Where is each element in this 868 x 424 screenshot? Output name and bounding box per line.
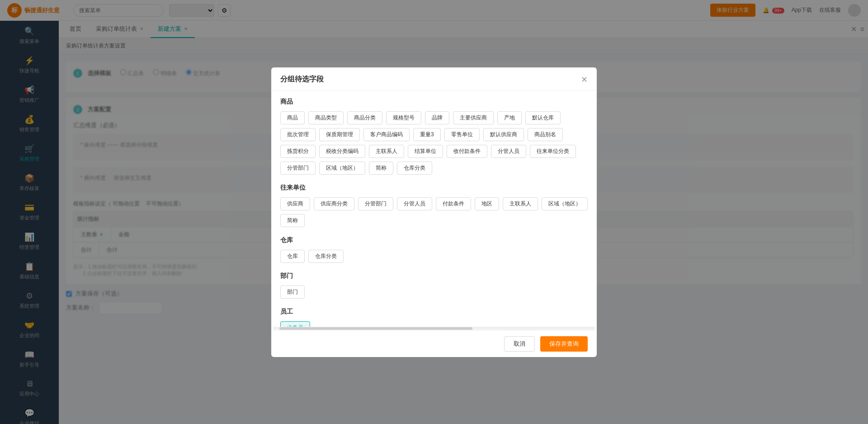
section-product: 商品 商品 商品类型 商品分类 规格型号 品牌 主要供应商 产地 默认仓库 批次…	[280, 98, 588, 175]
tag-product-11[interactable]: 重量3	[413, 128, 441, 141]
tag-product-16[interactable]: 税收分类编码	[319, 145, 365, 158]
tag-product-1[interactable]: 商品类型	[308, 111, 344, 124]
tag-product-12[interactable]: 零售单位	[444, 128, 480, 141]
tag-partner-6[interactable]: 主联系人	[503, 197, 538, 210]
tag-department-0[interactable]: 部门	[280, 286, 305, 299]
field-select-modal: 分组待选字段 ✕ 商品 商品 商品类型 商品分类 规格型号 品牌 主要供应商 产…	[271, 67, 597, 357]
tag-product-13[interactable]: 默认供应商	[483, 128, 524, 141]
section-warehouse: 仓库 仓库 仓库分类	[280, 236, 588, 263]
tag-product-4[interactable]: 品牌	[425, 111, 449, 124]
modal-hscroll	[271, 327, 597, 330]
section-product-title: 商品	[280, 98, 588, 106]
section-department-title: 部门	[280, 272, 588, 280]
tag-product-6[interactable]: 产地	[497, 111, 522, 124]
modal-header: 分组待选字段 ✕	[271, 67, 597, 91]
tag-warehouse-1[interactable]: 仓库分类	[308, 250, 344, 263]
section-department: 部门 部门	[280, 272, 588, 299]
tag-employee-0[interactable]: 业务员	[280, 321, 310, 327]
modal-footer: 取消 保存并查询	[271, 330, 597, 357]
tag-product-3[interactable]: 规格型号	[386, 111, 421, 124]
tag-product-2[interactable]: 商品分类	[347, 111, 382, 124]
tag-product-5[interactable]: 主要供应商	[453, 111, 494, 124]
tag-partner-1[interactable]: 供应商分类	[314, 197, 354, 210]
tag-product-25[interactable]: 仓库分类	[397, 162, 432, 175]
section-warehouse-tags: 仓库 仓库分类	[280, 250, 588, 263]
tag-partner-3[interactable]: 分管人员	[397, 197, 432, 210]
modal-title: 分组待选字段	[280, 75, 324, 84]
tag-product-9[interactable]: 保质期管理	[319, 128, 360, 141]
tag-product-14[interactable]: 商品别名	[528, 128, 563, 141]
section-product-tags: 商品 商品类型 商品分类 规格型号 品牌 主要供应商 产地 默认仓库 批次管理 …	[280, 111, 588, 175]
tag-partner-0[interactable]: 供应商	[280, 197, 310, 210]
tag-product-0[interactable]: 商品	[280, 111, 305, 124]
tag-product-7[interactable]: 默认仓库	[525, 111, 561, 124]
section-employee-title: 员工	[280, 308, 588, 316]
tag-product-20[interactable]: 分管人员	[491, 145, 526, 158]
section-warehouse-title: 仓库	[280, 236, 588, 244]
tag-product-18[interactable]: 结算单位	[408, 145, 443, 158]
tag-partner-8[interactable]: 简称	[280, 214, 305, 227]
section-department-tags: 部门	[280, 286, 588, 299]
tag-product-22[interactable]: 分管部门	[280, 162, 316, 175]
tag-product-19[interactable]: 收付款条件	[447, 145, 487, 158]
section-partner: 往来单位 供应商 供应商分类 分管部门 分管人员 付款条件 地区 主联系人 区域…	[280, 184, 588, 227]
section-employee-tags: 业务员	[280, 321, 588, 327]
section-partner-tags: 供应商 供应商分类 分管部门 分管人员 付款条件 地区 主联系人 区域（地区） …	[280, 197, 588, 227]
tag-partner-2[interactable]: 分管部门	[358, 197, 393, 210]
tag-partner-5[interactable]: 地区	[475, 197, 499, 210]
section-employee: 员工 业务员	[280, 308, 588, 327]
modal-overlay: 分组待选字段 ✕ 商品 商品 商品类型 商品分类 规格型号 品牌 主要供应商 产…	[0, 0, 868, 424]
cancel-button[interactable]: 取消	[504, 336, 535, 352]
modal-close-btn[interactable]: ✕	[581, 75, 588, 85]
modal-body: 商品 商品 商品类型 商品分类 规格型号 品牌 主要供应商 产地 默认仓库 批次…	[271, 91, 597, 327]
tag-product-23[interactable]: 区域（地区）	[319, 162, 365, 175]
tag-partner-7[interactable]: 区域（地区）	[542, 197, 588, 210]
section-partner-title: 往来单位	[280, 184, 588, 192]
confirm-button[interactable]: 保存并查询	[540, 336, 588, 352]
tag-product-8[interactable]: 批次管理	[280, 128, 316, 141]
tag-product-24[interactable]: 简称	[369, 162, 393, 175]
tag-warehouse-0[interactable]: 仓库	[280, 250, 305, 263]
tag-product-15[interactable]: 拣货积分	[280, 145, 316, 158]
tag-partner-4[interactable]: 付款条件	[436, 197, 471, 210]
tag-product-17[interactable]: 主联系人	[369, 145, 404, 158]
tag-product-21[interactable]: 往来单位分类	[530, 145, 576, 158]
tag-product-10[interactable]: 客户商品编码	[363, 128, 410, 141]
